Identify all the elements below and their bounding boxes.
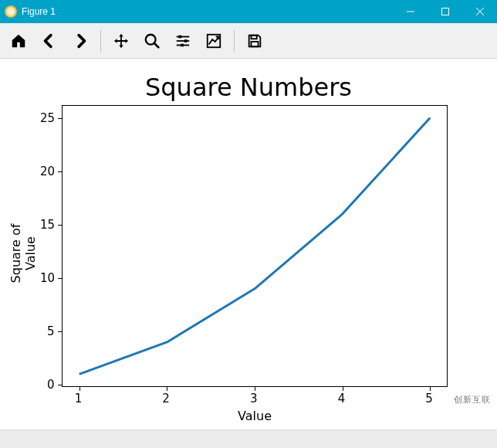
forward-button[interactable] <box>65 25 96 56</box>
x-tick-label: 2 <box>162 392 170 406</box>
maximize-icon <box>441 8 449 15</box>
maximize-button[interactable] <box>428 0 462 23</box>
minimize-button[interactable] <box>393 0 428 23</box>
y-tick-label: 25 <box>40 111 55 125</box>
x-tick <box>255 387 255 391</box>
y-tick <box>58 331 62 332</box>
y-tick-label: 10 <box>40 271 55 285</box>
x-tick-label: 4 <box>338 392 346 406</box>
svg-line-5 <box>154 42 159 47</box>
svg-rect-14 <box>251 41 258 46</box>
subplots-button[interactable] <box>167 25 198 56</box>
back-arrow-icon <box>41 32 58 49</box>
search-icon <box>144 32 161 49</box>
y-tick-label: 5 <box>47 324 55 338</box>
window-title: Figure 1 <box>22 6 56 17</box>
zoom-button[interactable] <box>137 25 167 56</box>
x-tick-label: 3 <box>250 392 258 406</box>
x-tick-label: 5 <box>425 392 433 406</box>
matplotlib-toolbar <box>0 23 497 59</box>
app-icon <box>5 5 17 18</box>
y-axis-label: Square of Value <box>8 207 38 300</box>
x-axis-label: Value <box>62 409 448 423</box>
move-icon <box>113 32 130 49</box>
axes-button[interactable] <box>198 25 229 56</box>
window-titlebar: Figure 1 <box>0 0 497 23</box>
close-icon <box>476 8 484 15</box>
sliders-icon <box>174 32 191 49</box>
chart-line-icon <box>205 32 222 49</box>
y-tick <box>58 278 62 279</box>
back-button[interactable] <box>34 25 65 56</box>
y-tick <box>58 171 62 172</box>
pan-button[interactable] <box>106 25 137 56</box>
line-plot <box>0 59 497 429</box>
svg-rect-9 <box>184 39 188 42</box>
toolbar-separator <box>234 30 235 52</box>
y-tick <box>58 118 62 119</box>
x-tick-label: 1 <box>75 392 83 406</box>
svg-rect-1 <box>441 8 448 15</box>
close-button[interactable] <box>462 0 497 23</box>
save-icon <box>246 32 263 49</box>
svg-rect-11 <box>181 43 184 46</box>
status-bar <box>0 429 497 448</box>
toolbar-separator <box>100 30 101 52</box>
watermark: 创新互联 <box>429 391 494 408</box>
y-tick <box>58 225 62 226</box>
y-tick <box>58 385 62 385</box>
y-tick-label: 20 <box>40 165 55 178</box>
y-tick-label: 0 <box>47 378 55 392</box>
chart-canvas[interactable]: Square Numbers Square of Value Value 创新互… <box>0 59 497 429</box>
y-tick-label: 15 <box>40 218 55 232</box>
forward-arrow-icon <box>72 32 89 49</box>
x-tick <box>430 387 431 391</box>
save-button[interactable] <box>239 25 270 56</box>
svg-rect-13 <box>251 35 256 39</box>
home-icon <box>10 32 27 49</box>
x-tick <box>167 387 167 391</box>
minimize-icon <box>407 8 414 15</box>
home-button[interactable] <box>3 25 34 56</box>
svg-rect-7 <box>179 35 182 38</box>
x-tick <box>79 387 80 391</box>
x-tick <box>343 387 343 391</box>
